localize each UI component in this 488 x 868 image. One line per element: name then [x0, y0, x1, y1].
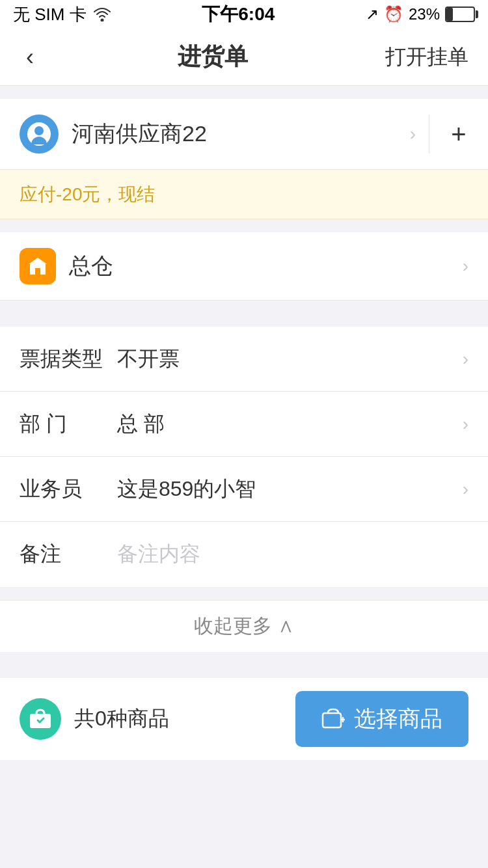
section-gap-2 — [0, 219, 488, 232]
back-button[interactable]: ‹ — [20, 37, 40, 77]
svg-marker-2 — [29, 258, 47, 264]
svg-rect-3 — [35, 268, 40, 275]
section-gap-4 — [0, 652, 488, 665]
alarm-icon: ⏰ — [384, 5, 403, 23]
collapse-bar[interactable]: 收起更多 ∧ — [0, 600, 488, 652]
wifi-icon — [93, 7, 111, 21]
warehouse-icon — [20, 248, 56, 284]
invoice-type-value: 不开票 — [111, 345, 463, 373]
invoice-type-row[interactable]: 票据类型 不开票 › — [0, 327, 488, 392]
avatar-inner — [27, 122, 51, 146]
invoice-type-chevron-icon: › — [463, 349, 468, 370]
warehouse-row[interactable]: 总仓 › — [0, 232, 488, 301]
select-product-label: 选择商品 — [354, 704, 442, 734]
battery-percent: 23% — [409, 5, 440, 23]
salesperson-row[interactable]: 业务员 这是859的小智 › — [0, 457, 488, 522]
salesperson-value: 这是859的小智 — [111, 475, 463, 504]
status-left: 无 SIM 卡 — [13, 3, 111, 26]
open-pending-button[interactable]: 打开挂单 — [385, 43, 468, 72]
location-icon: ↗ — [366, 5, 379, 23]
nav-bar: ‹ 进货单 打开挂单 — [0, 29, 488, 86]
product-icon — [20, 698, 61, 740]
add-supplier-button[interactable]: + — [429, 104, 488, 165]
status-bar: 无 SIM 卡 下午6:04 ↗ ⏰ 23% — [0, 0, 488, 29]
supplier-section: 河南供应商22 › + — [0, 99, 488, 170]
department-row[interactable]: 部 门 总 部 › — [0, 392, 488, 457]
bottom-bar: 共0种商品 选择商品 — [0, 678, 488, 760]
department-chevron-icon: › — [463, 414, 468, 435]
form-section: 票据类型 不开票 › 部 门 总 部 › 业务员 这是859的小智 › 备注 备… — [0, 327, 488, 587]
status-right: ↗ ⏰ 23% — [366, 5, 475, 23]
salesperson-label: 业务员 — [20, 475, 111, 504]
carrier-label: 无 SIM 卡 — [13, 3, 87, 26]
notice-text: 应付-20元，现结 — [20, 184, 155, 204]
remark-row[interactable]: 备注 备注内容 — [0, 522, 488, 587]
warehouse-chevron-icon: › — [463, 256, 468, 277]
warehouse-section: 总仓 › — [0, 232, 488, 301]
collapse-label: 收起更多 ∧ — [194, 613, 293, 640]
svg-point-0 — [100, 19, 103, 22]
supplier-chevron-icon: › — [410, 124, 416, 144]
battery-icon — [445, 7, 475, 22]
section-gap-3 — [0, 301, 488, 314]
notice-bar: 应付-20元，现结 — [0, 170, 488, 219]
supplier-name: 河南供应商22 — [72, 119, 397, 149]
remark-placeholder: 备注内容 — [111, 540, 468, 569]
warehouse-label: 总仓 — [69, 251, 450, 281]
department-label: 部 门 — [20, 410, 111, 439]
invoice-type-label: 票据类型 — [20, 345, 111, 373]
supplier-row[interactable]: 河南供应商22 › — [0, 99, 429, 169]
supplier-avatar — [20, 115, 59, 154]
svg-rect-5 — [323, 713, 341, 727]
department-value: 总 部 — [111, 410, 463, 439]
section-gap-1 — [0, 86, 488, 99]
status-time: 下午6:04 — [202, 2, 275, 27]
remark-label: 备注 — [20, 540, 111, 569]
select-product-button[interactable]: 选择商品 — [295, 691, 468, 747]
select-product-icon — [321, 708, 345, 730]
salesperson-chevron-icon: › — [463, 479, 468, 500]
page-title: 进货单 — [178, 41, 248, 73]
product-count-label: 共0种商品 — [74, 705, 282, 733]
